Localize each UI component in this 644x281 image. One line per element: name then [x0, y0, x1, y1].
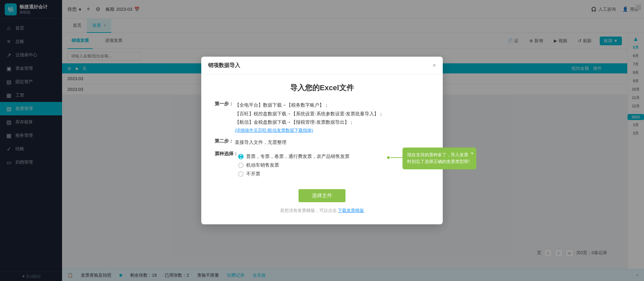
step1-label: 第一步： — [215, 101, 235, 107]
step1-section: 第一步： 【全电平台】数据下载→【税务数字账户】； 【百旺】税控盘数据下载→【系… — [215, 101, 429, 134]
ticket-selection-section: 票种选择： 普票，专票，卷票，通行费发票，农产品销售发票 机动车销售发票 — [215, 151, 429, 182]
radio-motor[interactable] — [238, 163, 244, 168]
step2-label: 第二步： — [215, 138, 235, 144]
footer-text: 若您没有发票模版，可以点击 — [280, 208, 337, 213]
modal-main-title: 导入您的Excel文件 — [215, 83, 429, 93]
step2-section: 第二步： 直接导入文件，无需整理 — [215, 138, 429, 147]
ticket-label: 票种选择： — [215, 151, 238, 157]
ticket-normal-label: 普票，专票，卷票，通行费发票，农产品销售发票 — [246, 154, 350, 160]
tooltip-dot-indicator — [386, 156, 390, 160]
guide-link[interactable]: (详细操作见百旺/航信发票数据下载指南) — [235, 128, 313, 133]
step1-link[interactable]: (详细操作见百旺/航信发票数据下载指南) — [235, 126, 383, 134]
tooltip-close-btn[interactable]: × — [471, 150, 474, 157]
step1-content: 【全电平台】数据下载→【税务数字账户】； 【百旺】税控盘数据下载→【系统设置-系… — [235, 101, 383, 134]
radio-none[interactable] — [238, 171, 244, 177]
modal-close-button[interactable]: × — [432, 62, 436, 69]
tooltip-line — [390, 157, 402, 158]
ticket-radio-group: 普票，专票，卷票，通行费发票，农产品销售发票 机动车销售发票 不开票 — [238, 154, 350, 180]
step1-line1: 【全电平台】数据下载→【税务数字账户】； — [235, 101, 383, 109]
select-file-button[interactable]: 选择文件 — [299, 189, 345, 202]
modal-footer: 若您没有发票模版，可以点击 下载发票模版 — [215, 208, 429, 214]
tooltip-bubble: × 现在支持的票种多了，导入发票时别忘了选择正确的发票类型呀! — [402, 148, 476, 170]
modal-header: 销项数据导入 × — [201, 57, 443, 75]
modal-body: 导入您的Excel文件 第一步： 【全电平台】数据下载→【税务数字账户】； 【百… — [201, 75, 443, 224]
modal-overlay: 销项数据导入 × 导入您的Excel文件 第一步： 【全电平台】数据下载→【税务… — [0, 0, 644, 281]
ticket-none-label: 不开票 — [246, 171, 260, 177]
step2-content: 直接导入文件，无需整理 — [235, 138, 286, 147]
radio-normal[interactable] — [238, 154, 244, 159]
ticket-option-none[interactable]: 不开票 — [238, 171, 350, 177]
ticket-motor-label: 机动车销售发票 — [246, 162, 279, 168]
ticket-option-motor[interactable]: 机动车销售发票 — [238, 162, 350, 168]
tooltip-text: 现在支持的票种多了，导入发票时别忘了选择正确的发票类型呀! — [407, 152, 470, 164]
modal-title: 销项数据导入 — [208, 62, 240, 69]
tooltip-container: × 现在支持的票种多了，导入发票时别忘了选择正确的发票类型呀! — [402, 148, 476, 170]
ticket-option-normal[interactable]: 普票，专票，卷票，通行费发票，农产品销售发票 — [238, 154, 350, 160]
download-template-link[interactable]: 下载发票模版 — [338, 208, 364, 213]
step1-line2: 【百旺】税控盘数据下载→【系统设置-系统参数设置-发票批量导入】； — [235, 110, 383, 118]
import-modal: 销项数据导入 × 导入您的Excel文件 第一步： 【全电平台】数据下载→【税务… — [201, 57, 443, 224]
step1-line3: 【航信】金税盘数据下载→【报税管理-发票数据导出】； — [235, 118, 383, 126]
